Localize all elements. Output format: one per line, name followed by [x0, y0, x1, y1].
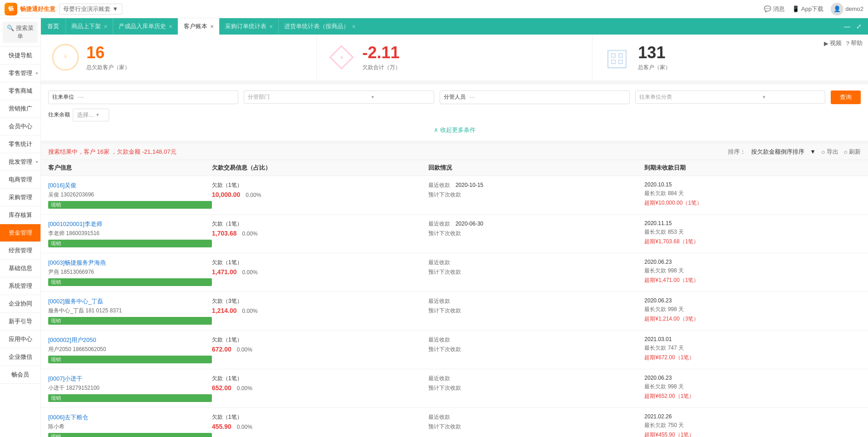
result-bar: 搜索结果中，客户 16家 ，欠款金额 -21,148.07元 排序： 按欠款金额… — [41, 144, 868, 160]
sidebar-item-new-guide[interactable]: 新手引导 — [0, 313, 40, 331]
expire-overdue-1[interactable]: 超期¥1,703.68（1笔） — [644, 238, 861, 246]
tab-close-product-listing[interactable]: ✕ — [104, 24, 107, 29]
message-btn[interactable]: 💬 消息 — [764, 5, 785, 13]
sidebar: 🔍 搜索菜单 快捷导航 零售管理 零售商城 营销推广 会员中心 零售统计 批发管… — [0, 18, 41, 437]
tab-product-listing[interactable]: 商品上下架 ✕ — [65, 18, 113, 35]
debt-count-5: 欠款（1笔） — [212, 375, 242, 382]
tab-purchase-stats[interactable]: 采购订单统计表 ✕ — [219, 18, 278, 35]
top-bar: 畅 畅捷通好生意 母婴行业演示账套 ▼ 💬 消息 📱 App下载 👤 demo2 — [0, 0, 868, 18]
main-content: ¥ 16 总欠款客户（家） ✦ -2.11 欠款合计（万） — [41, 35, 868, 437]
search-menu-btn[interactable]: 🔍 搜索菜单 — [3, 22, 38, 43]
svg-rect-5 — [612, 54, 615, 57]
export-btn[interactable]: ○ 导出 — [821, 148, 838, 156]
search-field-manager[interactable]: 分管人员 ··· — [440, 90, 630, 104]
sidebar-item-retail-mall[interactable]: 零售商城 — [0, 82, 40, 100]
expire-overdue-4[interactable]: 超期¥672.00（1笔） — [644, 354, 861, 362]
sidebar-item-basic-info[interactable]: 基础信息 — [0, 260, 40, 277]
search-row-1: 往来单位 ··· 分管部门 ▼ 分管人员 ··· 往来单位分类 — [48, 90, 861, 104]
stat-help-area: ▶ 视频 ? 帮助 — [824, 39, 863, 47]
result-prefix: 搜索结果中，客户 — [48, 148, 95, 155]
col-header-expire: 到期未收款日期 — [644, 164, 861, 172]
search-dept-dropdown[interactable]: 分管部门 ▼ — [244, 90, 434, 104]
customer-badge-1: 现销 — [48, 240, 212, 247]
stat-icon-money: ¥ — [52, 44, 79, 71]
sidebar-item-system-mgmt[interactable]: 系统管理 — [0, 277, 40, 295]
search-button[interactable]: 查询 — [831, 90, 861, 104]
refresh-btn[interactable]: ○ 刷新 — [844, 148, 861, 156]
sidebar-item-marketing[interactable]: 营销推广 — [0, 100, 40, 118]
sidebar-item-wholesale-mgmt[interactable]: 批发管理 — [0, 153, 40, 171]
sidebar-item-inventory[interactable]: 库存核算 — [0, 206, 40, 224]
debt-amount-3: 1,214.00 — [212, 307, 237, 314]
expire-overdue-3[interactable]: 超期¥1,214.00（3笔） — [644, 315, 861, 323]
search-field-customer[interactable]: 往来单位 ··· — [48, 90, 238, 104]
expire-overdue-5[interactable]: 超期¥652.00（1笔） — [644, 392, 861, 400]
sidebar-item-chang-member[interactable]: 畅会员 — [0, 366, 40, 384]
table-row: [0002]服务中心_丁磊 服务中心_丁磊 181 0125 8371 现销 欠… — [41, 292, 868, 331]
sidebar-label-retail-mgmt: 零售管理 — [9, 70, 32, 76]
tab-close-customer-account[interactable]: ✕ — [210, 24, 214, 29]
company-name: 母婴行业演示账套 — [63, 5, 110, 13]
customer-name-5[interactable]: [0007]小迸干 — [48, 375, 212, 383]
customer-info-0: [0016]吴俊 吴俊 13026203696 现销 — [48, 181, 212, 209]
debt-amount-row-1: 1,703.68 0.00% — [212, 230, 428, 237]
expire-days-3: 最长欠款 998 天 — [644, 306, 861, 313]
tab-close-finished-goods[interactable]: ✕ — [169, 24, 172, 29]
stat-value-total-customers: 131 — [638, 44, 671, 62]
sidebar-item-member[interactable]: 会员中心 — [0, 118, 40, 136]
tab-home[interactable]: 首页 — [41, 18, 65, 35]
tab-close-goods-stats[interactable]: ✕ — [352, 24, 356, 29]
stat-help-btn[interactable]: ? 帮助 — [846, 39, 863, 47]
sort-selector[interactable]: 按欠款金额倒序排序 ▼ — [751, 148, 816, 156]
sidebar-item-finance[interactable]: 资金管理 — [0, 224, 40, 242]
company-select[interactable]: 母婴行业演示账套 ▼ — [59, 4, 122, 15]
search-manager-dots: ··· — [469, 93, 475, 101]
sidebar-item-purchase-mgmt[interactable]: 采购管理 — [0, 189, 40, 206]
main-layout: 🔍 搜索菜单 快捷导航 零售管理 零售商城 营销推广 会员中心 零售统计 批发管… — [0, 18, 868, 437]
app-download-btn[interactable]: 📱 App下载 — [792, 5, 823, 13]
sidebar-item-business-mgmt[interactable]: 经营管理 — [0, 242, 40, 260]
customer-name-4[interactable]: [000002]用户2050 — [48, 336, 212, 344]
tab-goods-stats[interactable]: 进货单统计表（按商品） ✕ — [278, 18, 361, 35]
sidebar-label-app-center: 应用中心 — [9, 336, 32, 342]
tab-close-purchase-stats[interactable]: ✕ — [269, 24, 273, 29]
customer-name-2[interactable]: [0003]畅捷服务尹海燕 — [48, 259, 212, 267]
result-debt-amount: -21,148.07元 — [142, 148, 176, 155]
stat-video-btn[interactable]: ▶ 视频 — [824, 39, 842, 47]
customer-name-1[interactable]: [0001020001]李老师 — [48, 220, 212, 228]
customer-badge-4: 现销 — [48, 356, 212, 363]
col-header-customer: 客户信息 — [48, 164, 212, 172]
expire-info-5: 2020.06.23 最长欠款 998 天 超期¥652.00（1笔） — [644, 375, 861, 400]
sidebar-item-enterprise-collab[interactable]: 企业协同 — [0, 295, 40, 313]
customer-name-6[interactable]: [0006]去下粮仓 — [48, 413, 212, 422]
sidebar-item-enterprise-wechat[interactable]: 企业微信 — [0, 348, 40, 366]
sidebar-item-quick-nav[interactable]: 快捷导航 — [0, 47, 40, 65]
customer-phone-4: 用户2050 18665062050 — [48, 346, 212, 353]
video-icon: ▶ — [824, 40, 828, 47]
customer-phone-5: 小迸干 18279152100 — [48, 384, 212, 392]
user-profile[interactable]: 👤 demo2 — [831, 3, 863, 15]
sidebar-item-ecom-mgmt[interactable]: 电商管理 — [0, 171, 40, 189]
collapse-filter-btn[interactable]: ∧ 收起更多条件 — [48, 126, 861, 134]
sidebar-item-app-center[interactable]: 应用中心 — [0, 331, 40, 348]
debt-amount-0: 10,000.00 — [212, 191, 240, 198]
sidebar-item-retail-mgmt[interactable]: 零售管理 — [0, 65, 40, 82]
return-date-1: 2020-06-30 — [456, 221, 483, 227]
tab-minimize-btn[interactable]: — — [842, 21, 853, 32]
stat-info-debtors: 16 总欠款客户（家） — [86, 44, 130, 71]
sidebar-item-retail-stats[interactable]: 零售统计 — [0, 136, 40, 153]
sidebar-label-chang-member: 畅会员 — [11, 371, 29, 378]
customer-name-3[interactable]: [0002]服务中心_丁磊 — [48, 297, 212, 306]
sidebar-label-basic-info: 基础信息 — [9, 265, 32, 271]
customer-name-0[interactable]: [0016]吴俊 — [48, 181, 212, 190]
expire-overdue-0[interactable]: 超期¥10,000.00（1笔） — [644, 199, 861, 207]
return-next-6: 预计下次收款 — [428, 423, 645, 431]
tab-finished-goods[interactable]: 产成品入库单历史 ✕ — [113, 18, 178, 35]
balance-filter-select[interactable]: 选择... ▼ — [73, 109, 109, 121]
customer-phone-6: 陈小希 — [48, 423, 212, 431]
tab-customer-account[interactable]: 客户账本 ✕ — [178, 18, 219, 35]
expire-overdue-6[interactable]: 超期¥455.90（1笔） — [644, 431, 861, 437]
search-category-dropdown[interactable]: 往来单位分类 ▼ — [635, 90, 825, 104]
expire-overdue-2[interactable]: 超期¥1,471.00（1笔） — [644, 276, 861, 284]
tab-maximize-btn[interactable]: ⤢ — [853, 21, 864, 32]
